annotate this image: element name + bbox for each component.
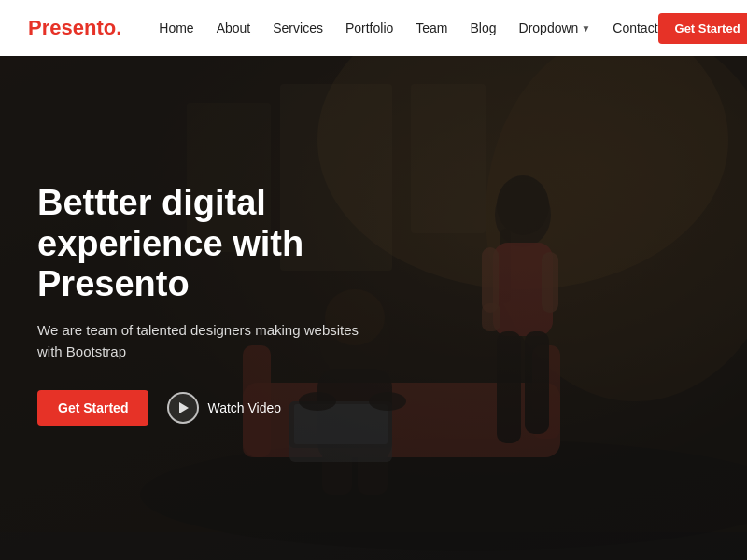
nav-portfolio[interactable]: Portfolio — [345, 21, 393, 35]
brand-logo[interactable]: Presento. — [28, 16, 121, 40]
brand-dot: . — [116, 16, 121, 39]
nav-dropdown-label: Dropdown — [519, 21, 579, 35]
hero-title: Bettter digital experience with Presento — [37, 183, 374, 305]
hero-get-started-button[interactable]: Get Started — [37, 390, 148, 426]
hero-section: Bettter digital experience with Presento… — [0, 0, 747, 560]
nav-blog[interactable]: Blog — [471, 21, 497, 35]
nav-links: Home About Services Portfolio Team Blog … — [159, 21, 657, 35]
nav-services[interactable]: Services — [273, 21, 323, 35]
hero-watch-video-button[interactable]: Watch Video — [167, 392, 281, 424]
hero-subtitle: We are team of talented designers making… — [37, 320, 374, 362]
navbar-get-started-button[interactable]: Get Started — [658, 13, 747, 44]
brand-name: Presento — [28, 16, 116, 39]
watch-video-label: Watch Video — [207, 400, 281, 415]
hero-actions: Get Started Watch Video — [37, 390, 374, 426]
nav-home[interactable]: Home — [159, 21, 193, 35]
chevron-down-icon: ▼ — [581, 23, 590, 34]
play-triangle-icon — [179, 402, 189, 413]
nav-dropdown[interactable]: Dropdown ▼ — [519, 21, 591, 35]
nav-contact[interactable]: Contact — [613, 21, 657, 35]
navbar: Presento. Home About Services Portfolio … — [0, 0, 747, 56]
hero-content: Bettter digital experience with Presento… — [37, 183, 374, 426]
nav-team[interactable]: Team — [416, 21, 447, 35]
play-icon — [167, 392, 199, 424]
nav-about[interactable]: About — [217, 21, 251, 35]
